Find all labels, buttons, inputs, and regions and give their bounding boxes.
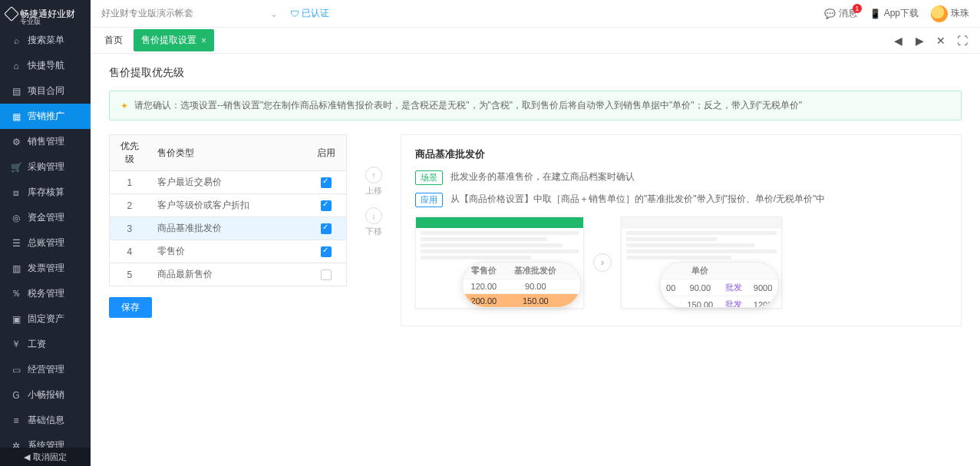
detail-title: 商品基准批发价: [415, 147, 947, 161]
enable-checkbox[interactable]: [321, 223, 332, 234]
nav-item-label: 工资: [28, 338, 46, 351]
brand-logo-icon: [4, 6, 19, 21]
phone-icon: 📱: [869, 8, 881, 19]
nav-item-base[interactable]: ≡基础信息: [0, 408, 91, 433]
nav-item-tax[interactable]: ％税务管理: [0, 281, 91, 306]
illus-target: 单价 0090.00批发9000 150.00批发1200: [621, 216, 782, 309]
tab-next[interactable]: ▶: [912, 34, 926, 48]
nav-item-label: 库存核算: [28, 186, 64, 199]
apply-text: 从【商品价格设置】中取［商品＋销售单位］的"基准批发价"带入到"报价、单价/无税…: [450, 193, 825, 206]
move-down[interactable]: ↓: [365, 207, 382, 224]
nav-item-coin[interactable]: ◎资金管理: [0, 205, 91, 230]
nav-item-box[interactable]: ⧈库存核算: [0, 180, 91, 205]
coin-icon: ◎: [11, 213, 21, 223]
nav-item-label: 销售管理: [28, 135, 64, 148]
reorder-controls: ↑ 上移 ↓ 下移: [361, 134, 387, 237]
enable-checkbox[interactable]: [321, 177, 332, 188]
brand-edition: 专业版: [20, 17, 41, 27]
pin-toggle[interactable]: ◀ 取消固定: [0, 448, 91, 466]
nav-item-report[interactable]: G小畅报销: [0, 382, 91, 408]
table-row[interactable]: 4零售价: [110, 240, 347, 263]
nav-item-asset[interactable]: ▣固定资产: [0, 306, 91, 332]
nav-item-label: 系统管理: [28, 439, 64, 448]
gear-icon: ⚙: [11, 137, 21, 147]
nav-item-biz[interactable]: ▭经营管理: [0, 357, 91, 382]
biz-icon: ▭: [11, 365, 21, 375]
nav-item-label: 资金管理: [28, 211, 64, 224]
tab-prev[interactable]: ◀: [891, 34, 905, 48]
brand-logo: 畅捷通好业财 专业版: [0, 0, 91, 28]
nav-item-search[interactable]: ⌕搜索菜单: [0, 28, 91, 53]
nav: ⌕搜索菜单⌂快捷导航▤项目合同▦营销推广⚙销售管理🛒采购管理⧈库存核算◎资金管理…: [0, 28, 91, 448]
enable-checkbox[interactable]: [321, 246, 332, 257]
nav-item-label: 税务管理: [28, 287, 64, 300]
chat-icon: 💬: [824, 8, 836, 19]
nav-item-label: 基础信息: [28, 414, 64, 427]
cell-type: 商品基准批发价: [150, 217, 307, 240]
download-button[interactable]: 📱 App下载: [869, 7, 919, 20]
nav-item-label: 固定资产: [28, 312, 64, 326]
messages-button[interactable]: 💬 消息 1: [824, 7, 857, 20]
illus-target-lens: 单价 0090.00批发9000 150.00批发1200: [660, 262, 779, 308]
chevron-down-icon: ⌄: [270, 8, 278, 19]
alert-text: 请您确认：选项设置--销售设置"您在制作商品标准销售报价表时，是含税还是无税"，…: [134, 99, 802, 112]
nav-item-cart[interactable]: 🛒采购管理: [0, 154, 91, 180]
move-up[interactable]: ↑: [365, 167, 382, 183]
table-row[interactable]: 1客户最近交易价: [110, 171, 347, 194]
table-row[interactable]: 3商品基准批发价: [110, 217, 347, 240]
enable-checkbox[interactable]: [321, 269, 332, 280]
tab-active[interactable]: 售价提取设置 ×: [134, 29, 214, 51]
save-button[interactable]: 保存: [109, 297, 152, 318]
page-title: 售价提取优先级: [109, 66, 962, 80]
bulb-icon: ✦: [120, 101, 128, 111]
verified-label: 已认证: [302, 7, 329, 20]
move-up-label: 上移: [365, 185, 382, 197]
nav-item-label: 采购管理: [28, 160, 64, 174]
nav-item-label: 项目合同: [28, 84, 64, 97]
close-icon[interactable]: ×: [201, 35, 206, 46]
tax-icon: ％: [11, 289, 21, 299]
messages-count: 1: [853, 4, 862, 13]
nav-item-invoice[interactable]: ▥发票管理: [0, 256, 91, 281]
alert: ✦ 请您确认：选项设置--销售设置"您在制作商品标准销售报价表时，是含税还是无税…: [109, 91, 962, 121]
base-icon: ≡: [11, 415, 21, 426]
sidebar: 畅捷通好业财 专业版 ⌕搜索菜单⌂快捷导航▤项目合同▦营销推广⚙销售管理🛒采购管…: [0, 0, 91, 466]
user-menu[interactable]: 珠珠: [931, 5, 969, 22]
nav-item-gear[interactable]: ⚙销售管理: [0, 129, 91, 154]
tab-fullscreen[interactable]: ⛶: [955, 34, 969, 48]
nav-item-grid[interactable]: ▦营销推广: [0, 104, 91, 129]
table-row[interactable]: 2客户等级价或客户折扣: [110, 194, 347, 217]
verified-badge: 🛡 已认证: [290, 7, 329, 20]
tab-home[interactable]: 首页: [101, 34, 126, 47]
nav-item-pay[interactable]: ￥工资: [0, 332, 91, 357]
nav-item-doc[interactable]: ▤项目合同: [0, 78, 91, 104]
cell-priority: 4: [110, 240, 150, 263]
cart-icon: 🛒: [11, 162, 21, 173]
move-down-label: 下移: [365, 226, 382, 237]
pin-icon: ◀: [24, 452, 30, 462]
illustration: 零售价基准批发价 120.0090.00 200.00150.00 ›: [415, 216, 947, 309]
cell-priority: 5: [110, 263, 150, 286]
tab-close-all[interactable]: ✕: [934, 34, 948, 48]
nav-item-label: 营销推广: [28, 110, 64, 123]
nav-item-label: 总账管理: [28, 236, 64, 250]
tenant-select[interactable]: 好业财专业版演示帐套 ⌄: [101, 7, 278, 20]
ledger-icon: ☰: [11, 238, 21, 249]
nav-item-label: 小畅报销: [28, 388, 64, 402]
illus-source: 零售价基准批发价 120.0090.00 200.00150.00: [415, 216, 584, 309]
cell-type: 商品最新售价: [150, 263, 307, 286]
tenant-name: 好业财专业版演示帐套: [101, 7, 193, 20]
box-icon: ⧈: [11, 187, 21, 198]
report-icon: G: [11, 390, 21, 401]
nav-item-home[interactable]: ⌂快捷导航: [0, 53, 91, 78]
cell-priority: 2: [110, 194, 150, 217]
nav-item-sys[interactable]: ✲系统管理: [0, 433, 91, 448]
invoice-icon: ▥: [11, 263, 21, 274]
nav-item-ledger[interactable]: ☰总账管理: [0, 230, 91, 256]
tab-active-label: 售价提取设置: [141, 34, 196, 47]
enable-checkbox[interactable]: [321, 200, 332, 211]
table-row[interactable]: 5商品最新售价: [110, 263, 347, 286]
tabs: 首页 售价提取设置 × ◀ ▶ ✕ ⛶: [91, 28, 980, 54]
nav-item-label: 发票管理: [28, 262, 64, 275]
nav-item-label: 经营管理: [28, 363, 64, 376]
